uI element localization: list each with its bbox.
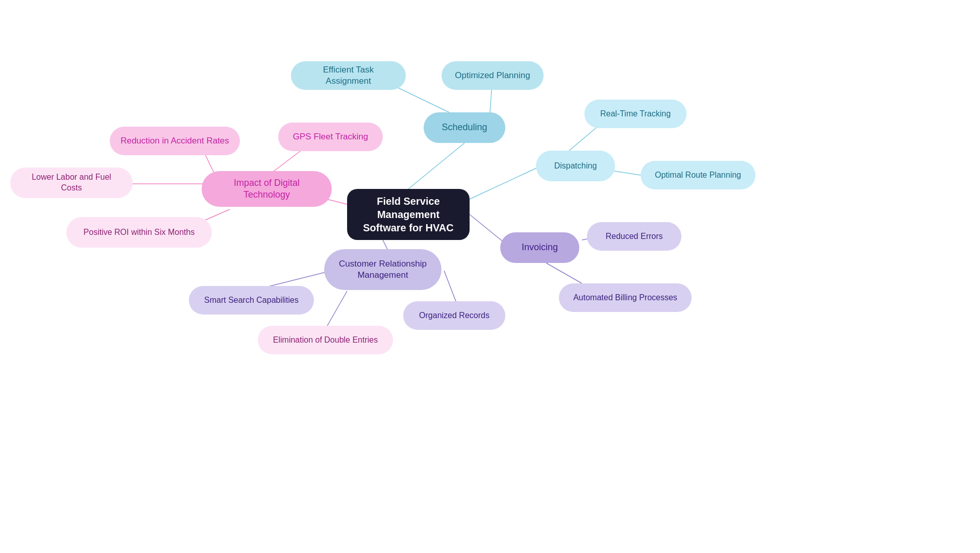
positive-roi-node: Positive ROI within Six Months [66,217,212,248]
invoicing-node: Invoicing [500,232,579,263]
reduction-accident-node: Reduction in Accident Rates [110,127,240,155]
gps-fleet-label: GPS Fleet Tracking [293,131,368,142]
smart-search-label: Smart Search Capabilities [204,295,299,306]
real-time-tracking-node: Real-Time Tracking [584,100,687,128]
automated-billing-label: Automated Billing Processes [573,293,677,303]
scheduling-label: Scheduling [442,122,487,133]
dispatching-node: Dispatching [536,151,615,181]
reduced-errors-node: Reduced Errors [587,222,681,251]
dispatching-label: Dispatching [554,161,597,172]
efficient-task-node: Efficient Task Assignment [291,61,406,90]
svg-line-12 [444,271,457,304]
scheduling-node: Scheduling [424,112,505,143]
lower-labor-label: Lower Labor and Fuel Costs [20,172,122,194]
svg-line-3 [470,166,541,199]
positive-roi-label: Positive ROI within Six Months [84,227,195,238]
optimal-route-label: Optimal Route Planning [655,170,741,181]
invoicing-label: Invoicing [522,242,558,253]
automated-billing-node: Automated Billing Processes [559,283,692,312]
elimination-label: Elimination of Double Entries [273,335,378,346]
reduction-accident-label: Reduction in Accident Rates [120,135,229,147]
crm-node: Customer Relationship Management [324,249,442,290]
elimination-node: Elimination of Double Entries [258,326,393,354]
efficient-task-label: Efficient Task Assignment [301,64,396,87]
svg-line-0 [408,143,464,189]
svg-line-9 [383,240,388,250]
organized-records-node: Organized Records [403,301,505,330]
gps-fleet-node: GPS Fleet Tracking [278,123,383,151]
optimal-route-node: Optimal Route Planning [641,161,755,189]
real-time-tracking-label: Real-Time Tracking [600,109,671,119]
organized-records-label: Organized Records [419,310,489,321]
reduced-errors-label: Reduced Errors [605,231,663,242]
center-node: Field Service Management Software for HV… [347,189,470,240]
optimized-planning-node: Optimized Planning [442,61,544,90]
svg-line-8 [546,263,582,283]
smart-search-node: Smart Search Capabilities [189,286,314,315]
impact-digital-label: Impact of Digital Technology [212,177,322,201]
optimized-planning-label: Optimized Planning [455,70,530,81]
lower-labor-node: Lower Labor and Fuel Costs [10,167,133,198]
center-label: Field Service Management Software for HV… [357,195,459,234]
crm-label: Customer Relationship Management [339,258,427,281]
impact-digital-node: Impact of Digital Technology [202,171,332,207]
svg-line-11 [327,291,347,327]
